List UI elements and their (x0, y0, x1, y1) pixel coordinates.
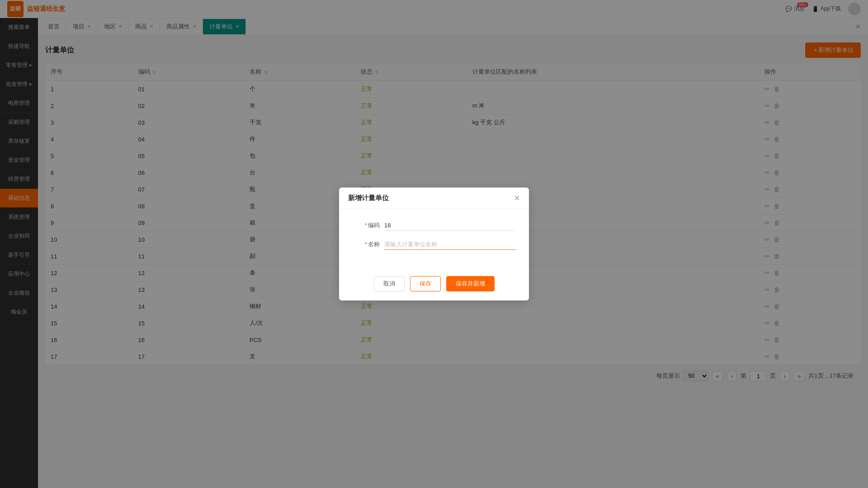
modal-title: 新增计量单位 (348, 194, 389, 202)
code-input[interactable] (384, 220, 515, 231)
modal-body: *编码 *名称 (339, 209, 529, 269)
required-marker: * (365, 241, 367, 248)
save-and-add-button[interactable]: 保存并新增 (446, 276, 495, 291)
form-row-name: *名称 (353, 239, 515, 250)
modal-footer: 取消 保存 保存并新增 (339, 269, 529, 300)
modal-overlay[interactable]: 新增计量单位 ✕ *编码 *名称 取消 保存 保存并新增 (0, 0, 868, 488)
modal-header: 新增计量单位 ✕ (339, 188, 529, 209)
code-label: *编码 (353, 221, 380, 230)
add-measure-unit-modal: 新增计量单位 ✕ *编码 *名称 取消 保存 保存并新增 (339, 188, 529, 300)
cancel-button[interactable]: 取消 (374, 276, 405, 291)
name-label: *名称 (353, 240, 380, 249)
save-button[interactable]: 保存 (410, 276, 441, 291)
name-input[interactable] (384, 239, 515, 250)
form-row-code: *编码 (353, 220, 515, 231)
modal-close-button[interactable]: ✕ (514, 194, 520, 202)
required-marker: * (365, 222, 367, 229)
